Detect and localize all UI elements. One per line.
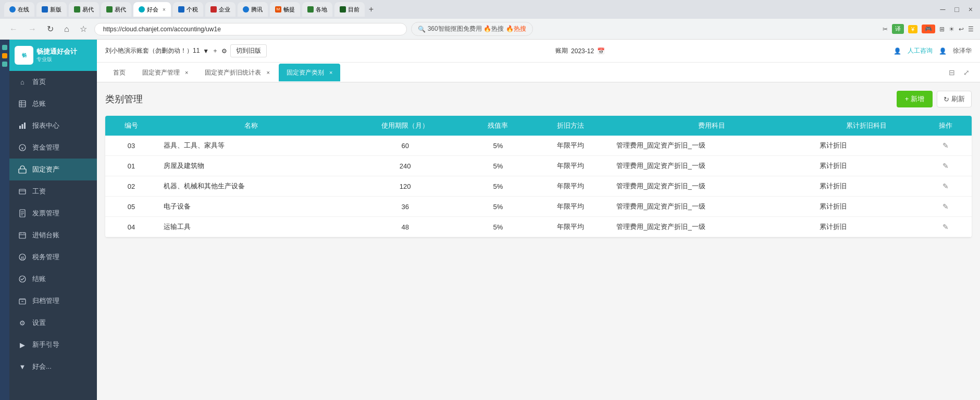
sidebar-item-purchase[interactable]: 进销台账 [9, 224, 97, 246]
edit-icon-3[interactable]: ✎ [942, 202, 949, 211]
browser-tab-7[interactable]: 腾讯 [238, 2, 268, 17]
home-icon: ⌂ [18, 77, 27, 87]
sidebar-item-guide[interactable]: ▶ 新手引导 [9, 334, 97, 356]
left-panel [0, 40, 9, 400]
sidebar-item-ledger[interactable]: 总账 [9, 93, 97, 115]
user-name: 刘小艳演示账套（勿删勿动！）11 [105, 46, 200, 55]
cell-action-3[interactable]: ✎ [920, 197, 972, 217]
cell-code-3: 05 [105, 197, 157, 217]
cell-action-4[interactable]: ✎ [920, 217, 972, 237]
page-tab-category-label: 固定资产类别 [287, 68, 324, 77]
maximize-button[interactable]: □ [951, 4, 962, 15]
undo-icon[interactable]: ↩ [959, 26, 964, 33]
translate-icon[interactable]: 译 [892, 24, 904, 34]
home-nav-button[interactable]: ⌂ [61, 23, 72, 35]
cell-depreciation-3: 累计折旧 [813, 197, 920, 217]
cell-salvage-0: 5% [465, 136, 531, 156]
edit-icon-1[interactable]: ✎ [942, 162, 949, 170]
page-tab-close-1[interactable]: × [185, 69, 188, 76]
invoice-icon [18, 209, 27, 218]
tab-collapse-button[interactable]: ⊟ [947, 67, 957, 78]
close-window-button[interactable]: × [965, 4, 976, 15]
switch-to-old-button[interactable]: 切到旧版 [230, 44, 267, 57]
browser-tab-3[interactable]: 易代 [101, 2, 131, 17]
browser-tab-5[interactable]: 个税 [173, 2, 203, 17]
left-panel-item-1 [2, 45, 7, 50]
minimize-button[interactable]: ─ [937, 4, 948, 15]
browser-tab-0[interactable]: 在线 [4, 2, 34, 17]
period-value: 2023-12 [571, 47, 594, 55]
browser-tab-2[interactable]: 易代 [69, 2, 99, 17]
cell-name-3: 电子设备 [157, 197, 345, 217]
add-account-icon[interactable]: ＋ [212, 46, 218, 55]
add-button[interactable]: + 新增 [897, 91, 933, 107]
sidebar-item-salary[interactable]: 工资 [9, 180, 97, 202]
bookmark-button[interactable]: ☆ [77, 23, 90, 35]
forward-button[interactable]: → [25, 23, 40, 35]
browser-tab-1[interactable]: 新版 [36, 2, 67, 17]
menu-icon[interactable]: ☰ [968, 26, 974, 33]
page-tab-category[interactable]: 固定资产类别 × [279, 64, 340, 81]
sidebar-item-funds[interactable]: ¥ 资金管理 [9, 137, 97, 159]
sidebar-item-assets[interactable]: 固定资产 [9, 159, 97, 180]
edit-icon-2[interactable]: ✎ [942, 182, 949, 190]
sidebar-item-home[interactable]: ⌂ 首页 [9, 71, 97, 93]
page-tab-close-3[interactable]: × [329, 69, 332, 76]
cell-expense-2: 管理费用_固定资产折旧_一级 [610, 176, 813, 197]
url-input[interactable] [94, 23, 407, 35]
settings-gear-icon[interactable]: ⚙ [221, 47, 227, 55]
svg-rect-9 [19, 169, 26, 173]
cell-depreciation-4: 累计折旧 [813, 217, 920, 237]
sidebar-item-settle[interactable]: 结账 [9, 268, 97, 290]
top-bar-right: 👤 人工咨询 👤 徐泽华 [894, 46, 972, 55]
scissors-icon[interactable]: ✂ [883, 26, 888, 33]
cell-action-2[interactable]: ✎ [920, 176, 972, 197]
col-header-action: 操作 [920, 116, 972, 136]
reload-button[interactable]: ↻ [44, 23, 57, 35]
dropdown-icon[interactable]: ▼ [203, 47, 209, 55]
browser-tab-6[interactable]: 企业 [205, 2, 235, 17]
edit-icon-4[interactable]: ✎ [942, 223, 949, 231]
sidebar-item-settings[interactable]: ⚙ 设置 [9, 312, 97, 334]
cell-action-0[interactable]: ✎ [920, 136, 972, 156]
sidebar-item-invoice[interactable]: 发票管理 [9, 202, 97, 224]
sidebar-item-archive[interactable]: 归档管理 [9, 290, 97, 312]
page-tab-close-2[interactable]: × [266, 69, 269, 76]
cell-name-1: 房屋及建筑物 [157, 156, 345, 176]
cell-method-1: 年限平均 [531, 156, 610, 176]
refresh-button[interactable]: ↻ 刷新 [937, 91, 972, 107]
sidebar-item-report[interactable]: 报表中心 [9, 115, 97, 137]
new-tab-button[interactable]: + [367, 5, 376, 14]
page-tab-depreciation[interactable]: 固定资产折旧统计表 × [197, 64, 277, 81]
calendar-icon[interactable]: 📅 [597, 47, 605, 55]
currency-icon[interactable]: ¥ [908, 25, 917, 33]
game-icon[interactable]: 🎮 [922, 25, 935, 33]
cell-name-2: 机器、机械和其他生产设备 [157, 176, 345, 197]
cell-months-3: 36 [345, 197, 465, 217]
sidebar-item-more[interactable]: ▼ 好会... [9, 356, 97, 378]
cell-depreciation-2: 累计折旧 [813, 176, 920, 197]
sidebar-label-invoice: 发票管理 [32, 209, 59, 218]
cell-salvage-1: 5% [465, 156, 531, 176]
cell-method-0: 年限平均 [531, 136, 610, 156]
browser-tab-10[interactable]: 目前 [334, 2, 365, 17]
brightness-icon[interactable]: ☀ [949, 26, 954, 33]
page-tab-home[interactable]: 首页 [105, 64, 133, 81]
edit-icon-0[interactable]: ✎ [942, 141, 949, 150]
left-panel-item-2 [2, 53, 7, 58]
tab-expand-button[interactable]: ⤢ [961, 67, 972, 78]
browser-tab-8[interactable]: M 畅提 [270, 2, 300, 17]
sidebar-item-tax[interactable]: 税 税务管理 [9, 246, 97, 268]
cell-action-1[interactable]: ✎ [920, 156, 972, 176]
browser-tab-4[interactable]: 好会 × [133, 2, 171, 17]
consult-label[interactable]: 人工咨询 [908, 46, 933, 55]
browser-tab-9[interactable]: 各地 [302, 2, 332, 17]
browser-tab-close-4[interactable]: × [163, 7, 166, 13]
sidebar-label-home: 首页 [32, 77, 46, 87]
browser-toolbar: ✂ 译 ¥ 🎮 ⊞ ☀ ↩ ☰ [883, 24, 974, 34]
page-tab-assets-mgmt[interactable]: 固定资产管理 × [134, 64, 196, 81]
grid-icon[interactable]: ⊞ [939, 26, 945, 33]
back-button[interactable]: ← [6, 23, 21, 35]
cell-months-0: 60 [345, 136, 465, 156]
sidebar-logo: 畅 畅捷通好会计 专业版 [9, 40, 97, 71]
